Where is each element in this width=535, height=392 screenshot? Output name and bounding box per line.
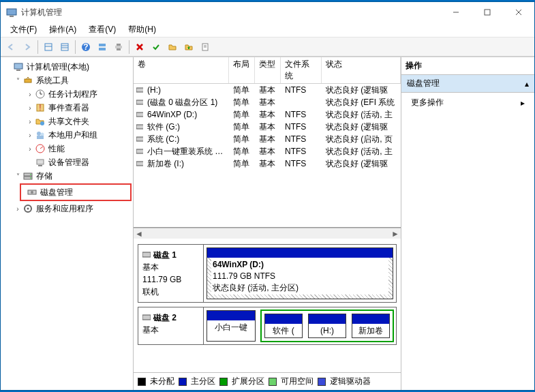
tree-label: 存储 — [36, 170, 52, 182]
col-status[interactable]: 状态 — [322, 57, 401, 83]
menu-file[interactable]: 文件(F) — [5, 22, 42, 37]
collapse-icon[interactable]: ▴ — [525, 79, 529, 89]
tree-pane[interactable]: 计算机管理(本地) ˅系统工具 ›任务计划程序 ›!事件查看器 ›共享文件夹 ›… — [1, 57, 134, 390]
disk-graphical-pane[interactable]: 磁盘 1 基本 111.79 GB 联机 64WinXP (D:) 111.79… — [134, 239, 401, 372]
scroll-right-icon[interactable]: ► — [390, 228, 401, 239]
volume-status: 状态良好 (逻辑驱 — [322, 121, 401, 133]
view-detail-button[interactable] — [57, 40, 72, 55]
tree-disk-management[interactable]: 磁盘管理 — [22, 185, 129, 199]
properties-button[interactable] — [198, 40, 213, 55]
volume-icon — [134, 136, 143, 142]
tree-label: 服务和应用程序 — [36, 203, 93, 215]
svg-point-31 — [37, 132, 41, 136]
volume-layout: 简单 — [229, 158, 255, 170]
actions-context[interactable]: 磁盘管理 ▴ — [401, 75, 534, 93]
svg-rect-51 — [136, 149, 143, 153]
volume-list-header[interactable]: 卷 布局 类型 文件系统 状态 — [134, 57, 401, 84]
disk-1-partition-1[interactable]: 64WinXP (D:) 111.79 GB NTFS 状态良好 (活动, 主分… — [207, 247, 393, 299]
event-icon: ! — [35, 102, 46, 113]
volume-icon — [134, 99, 143, 106]
window-buttons — [440, 2, 534, 22]
svg-rect-0 — [7, 9, 16, 15]
volume-icon — [134, 148, 143, 155]
tree-storage[interactable]: ˅存储 — [2, 169, 132, 183]
tree-local-users[interactable]: ›本地用户和组 — [2, 128, 132, 142]
tree-device-manager[interactable]: 设备管理器 — [2, 155, 132, 169]
tree-label: 共享文件夹 — [48, 116, 89, 127]
legend-free: 可用空间 — [281, 376, 314, 387]
volume-row[interactable]: 小白一键重装系统 (E:)简单基本NTFS状态良好 (活动, 主 — [134, 145, 401, 157]
check-button[interactable] — [149, 40, 164, 55]
volume-status: 状态良好 (活动, 主 — [322, 146, 401, 157]
volume-hscroll[interactable]: ◄ ► — [134, 228, 401, 239]
disk-2-partition-3[interactable]: (H:) — [308, 314, 346, 338]
svg-rect-52 — [136, 162, 143, 166]
volume-row[interactable]: 系统 (C:)简单基本NTFS状态良好 (启动, 页 — [134, 133, 401, 145]
menu-help[interactable]: 帮助(H) — [123, 22, 162, 37]
minimize-button[interactable] — [440, 2, 472, 22]
volume-list[interactable]: 卷 布局 类型 文件系统 状态 (H:)简单基本NTFS状态良好 (逻辑驱(磁盘… — [134, 57, 401, 228]
volume-row[interactable]: 软件 (G:)简单基本NTFS状态良好 (逻辑驱 — [134, 121, 401, 133]
svg-text:!: ! — [39, 103, 41, 112]
tree-system-tools[interactable]: ˅系统工具 — [2, 74, 132, 87]
tree-root[interactable]: 计算机管理(本地) — [2, 60, 132, 74]
col-filesystem[interactable]: 文件系统 — [281, 57, 322, 83]
col-type[interactable]: 类型 — [255, 57, 281, 83]
svg-rect-54 — [142, 315, 151, 320]
volume-fs: NTFS — [281, 122, 322, 132]
disk-1-partitions: 64WinXP (D:) 111.79 GB NTFS 状态良好 (活动, 主分… — [204, 245, 396, 302]
disk-2-partitions: 小白一键 软件 ( (H:) 新加卷 — [204, 307, 396, 344]
svg-point-40 — [30, 174, 31, 175]
titlebar: 计算机管理 — [1, 2, 534, 22]
forward-button[interactable] — [20, 40, 35, 55]
volume-fs: NTFS — [281, 134, 322, 144]
svg-rect-23 — [16, 70, 20, 71]
back-button[interactable] — [3, 40, 18, 55]
view-top-bottom-button[interactable] — [95, 40, 110, 55]
col-volume[interactable]: 卷 — [134, 57, 229, 83]
svg-rect-13 — [99, 44, 106, 46]
folder-up-button[interactable] — [181, 40, 196, 55]
legend-logical-swatch — [318, 378, 326, 386]
menubar: 文件(F) 操作(A) 查看(V) 帮助(H) — [1, 22, 534, 37]
disk-2-row[interactable]: 磁盘 2 基本 小白一键 软件 ( (H:) 新加卷 — [138, 307, 397, 345]
folder-button[interactable] — [165, 40, 180, 55]
svg-point-45 — [27, 208, 29, 210]
volume-name: (H:) — [143, 85, 229, 95]
scroll-left-icon[interactable]: ◄ — [134, 228, 144, 239]
volume-name: 64WinXP (D:) — [143, 110, 229, 119]
delete-button[interactable] — [132, 40, 147, 55]
volume-row[interactable]: (磁盘 0 磁盘分区 1)简单基本状态良好 (EFI 系统 — [134, 96, 401, 108]
help-button[interactable]: ? — [78, 40, 93, 55]
disk-2-type: 基本 — [142, 324, 199, 336]
tree-services-apps[interactable]: ›服务和应用程序 — [2, 202, 132, 215]
disk-1-row[interactable]: 磁盘 1 基本 111.79 GB 联机 64WinXP (D:) 111.79… — [138, 244, 397, 303]
volume-icon — [134, 160, 143, 167]
actions-context-label: 磁盘管理 — [407, 78, 440, 89]
tree-performance[interactable]: ›性能 — [2, 142, 132, 155]
disk-2-partition-1[interactable]: 小白一键 — [207, 310, 256, 342]
disk-2-partition-2[interactable]: 软件 ( — [264, 314, 303, 338]
actions-more[interactable]: 更多操作 ▸ — [401, 93, 534, 112]
users-icon — [35, 130, 46, 140]
tree-event-viewer[interactable]: ›!事件查看器 — [2, 101, 132, 115]
col-layout[interactable]: 布局 — [229, 57, 255, 83]
volume-type: 基本 — [255, 109, 281, 121]
volume-row[interactable]: 64WinXP (D:)简单基本NTFS状态良好 (活动, 主 — [134, 108, 401, 121]
maximize-button[interactable] — [472, 2, 503, 22]
volume-row[interactable]: (H:)简单基本NTFS状态良好 (逻辑驱 — [134, 84, 401, 96]
settings-button[interactable] — [111, 40, 126, 55]
volume-name: (磁盘 0 磁盘分区 1) — [143, 97, 229, 108]
svg-text:?: ? — [83, 42, 88, 52]
disk-2-partition-4[interactable]: 新加卷 — [352, 314, 390, 338]
volume-row[interactable]: 新加卷 (I:)简单基本NTFS状态良好 (逻辑驱 — [134, 157, 401, 170]
tree-task-scheduler[interactable]: ›任务计划程序 — [2, 87, 132, 101]
menu-operate[interactable]: 操作(A) — [44, 22, 82, 37]
view-list-button[interactable] — [41, 40, 56, 55]
partition-label: 小白一键 — [209, 322, 253, 333]
menu-view[interactable]: 查看(V) — [83, 22, 121, 37]
tree-label: 性能 — [48, 143, 65, 155]
close-button[interactable] — [503, 2, 534, 22]
volume-status: 状态良好 (逻辑驱 — [322, 158, 401, 170]
tree-shared-folders[interactable]: ›共享文件夹 — [2, 115, 132, 128]
